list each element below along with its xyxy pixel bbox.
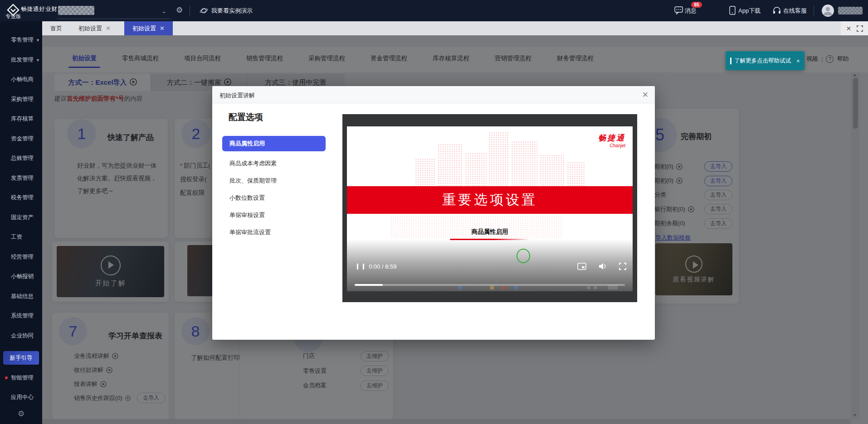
taskbar-icon (514, 286, 517, 289)
video-time: 0:00 / 6:59 (369, 263, 396, 270)
sidebar-item-label: 固定资产 (11, 214, 34, 221)
sidebar-item-新手引导[interactable]: 新手引导 (3, 351, 39, 365)
sidebar-item-label: 采购管理 (11, 96, 34, 102)
taskbar-icon (458, 286, 462, 289)
sidebar-item-固定资产[interactable]: 固定资产 (0, 213, 42, 222)
sidebar-item-零售管理[interactable]: 零售管理▼ (0, 35, 42, 44)
sidebar-item-采购管理[interactable]: 采购管理 (0, 95, 42, 104)
sidebar-item-label: 小畅电商 (11, 76, 34, 82)
company-underline (57, 19, 171, 19)
sidebar-item-批发管理[interactable]: 批发管理▼ (0, 55, 42, 64)
message-icon[interactable] (674, 6, 683, 14)
top-bar: 畅捷通好业财 专业版 ⌄ ⚙ 我要看实例演示 消息 65 App下载 在线客服 (0, 0, 868, 21)
chanjet-logo: 畅捷通 Chanjet (598, 133, 625, 148)
sidebar-item-小畅报销[interactable]: 小畅报销 (0, 272, 42, 281)
sidebar-item-智能管理[interactable]: 智能管理 (0, 373, 42, 382)
sidebar-item-系统管理[interactable]: 系统管理 (0, 311, 42, 320)
video-progress-bar[interactable] (355, 284, 625, 286)
skyline-decoration (511, 141, 537, 186)
sidebar-item-库存核算[interactable]: 库存核算 (0, 114, 42, 123)
sidebar-item-应用中心[interactable]: 应用中心 (0, 393, 42, 402)
tab-close-icon[interactable]: ✕ (160, 25, 165, 32)
brand-edition: 专业版 (5, 13, 21, 20)
close-icon[interactable]: ✕ (846, 25, 851, 32)
tab-首页[interactable]: 首页 (42, 21, 70, 35)
expand-icon[interactable] (857, 25, 863, 32)
sidebar-item-label: 企业协同 (11, 332, 34, 339)
avatar[interactable] (822, 5, 834, 17)
pip-icon[interactable] (577, 263, 586, 270)
tab-label: 初始设置 (78, 24, 102, 33)
sidebar-item-label: 资金管理 (11, 135, 34, 142)
skyline-decoration (567, 162, 585, 186)
taskbar-icon (502, 286, 506, 289)
modal-option-单据审核设置[interactable]: 单据审核设置 (222, 207, 326, 224)
sidebar-item-总账管理[interactable]: 总账管理 (0, 154, 42, 163)
sidebar-item-label: 系统管理 (11, 313, 34, 319)
sidebar-item-资金管理[interactable]: 资金管理 (0, 134, 42, 143)
video-banner: 重要选项设置 (347, 186, 633, 214)
demo-planet-icon (200, 6, 208, 15)
modal-option-批次、保质期管理[interactable]: 批次、保质期管理 (222, 172, 326, 189)
gear-icon[interactable]: ⚙ (176, 5, 183, 15)
chevron-down-icon[interactable]: ⌄ (161, 8, 167, 13)
sidebar-item-label: 新手引导 (10, 355, 33, 361)
banner-text: 了解更多点击帮助试试 (734, 57, 791, 65)
modal-option-商品成本考虑因素[interactable]: 商品成本考虑因素 (222, 155, 326, 172)
tab-初始设置[interactable]: 初始设置✕ (70, 21, 119, 35)
sidebar-item-label: 税务管理 (11, 194, 34, 201)
sidebar-item-label: 工资 (11, 234, 22, 240)
banner-accent (730, 58, 731, 64)
sidebar-item-label: 零售管理 (11, 37, 34, 43)
sidebar-item-label: 经营管理 (11, 254, 34, 260)
video-banner-text: 重要选项设置 (442, 191, 537, 209)
sidebar: ⚙ 零售管理▼批发管理▼小畅电商采购管理库存核算资金管理总账管理发票管理税务管理… (0, 21, 42, 424)
app-download-link[interactable]: App下载 (738, 7, 761, 15)
company-selector-blurred[interactable] (58, 6, 94, 15)
tab-close-icon[interactable]: ✕ (106, 25, 111, 32)
sidebar-item-基础信息[interactable]: 基础信息 (0, 292, 42, 301)
phone-icon (729, 6, 736, 15)
modal-close-icon[interactable]: ✕ (642, 90, 649, 100)
pause-icon[interactable] (357, 264, 364, 270)
sidebar-item-税务管理[interactable]: 税务管理 (0, 193, 42, 202)
sidebar-item-企业协同[interactable]: 企业协同 (0, 331, 42, 340)
modal-option-小数位数设置[interactable]: 小数位数设置 (222, 189, 326, 207)
tab-初始设置[interactable]: 初始设置✕ (124, 21, 173, 35)
modal-option-商品属性启用[interactable]: 商品属性启用 (222, 136, 326, 151)
message-count-badge: 65 (691, 2, 702, 8)
headset-icon (772, 6, 781, 15)
notification-dot (5, 376, 8, 379)
sidebar-item-工资[interactable]: 工资 (0, 232, 42, 241)
sidebar-item-label: 基础信息 (11, 293, 34, 299)
modal-heading: 配置选项 (229, 111, 263, 123)
sidebar-item-label: 小畅报销 (11, 273, 34, 279)
modal-title: 初始设置讲解 (219, 92, 255, 100)
sidebar-item-label: 批发管理 (11, 57, 34, 63)
chevron-down-icon: ▼ (36, 38, 40, 43)
video-controls: 0:00 / 6:59 (347, 262, 633, 272)
video-content: 畅捷通 Chanjet 重要选项设置 商品属性启用 (347, 126, 633, 291)
demo-link[interactable]: 我要看实例演示 (211, 7, 253, 15)
skyline-decoration (415, 158, 435, 186)
video-subtitle: 商品属性启用 (347, 228, 633, 236)
modal-option-单据审批流设置[interactable]: 单据审批流设置 (222, 224, 326, 241)
video-progress-fill (355, 284, 383, 286)
tabstrip-actions: ✕ (841, 21, 868, 35)
sidebar-settings-gear-icon[interactable]: ⚙ (0, 409, 42, 419)
banner-close-icon[interactable]: × (796, 58, 800, 64)
sidebar-item-小畅电商[interactable]: 小畅电商 (0, 75, 42, 84)
video-player[interactable]: 畅捷通 Chanjet 重要选项设置 商品属性启用 (342, 114, 637, 302)
app-window: 初始设置零售商城流程项目合同流程销售管理流程采购管理流程资金管理流程库存核算流程… (0, 0, 868, 424)
sidebar-item-label: 应用中心 (11, 394, 34, 400)
sidebar-item-label: 总账管理 (11, 155, 34, 161)
brand-title: 畅捷通好业财 (21, 5, 58, 13)
sidebar-item-经营管理[interactable]: 经营管理 (0, 252, 42, 261)
window-tabs: 首页初始设置✕初始设置✕ (42, 21, 173, 35)
online-support-link[interactable]: 在线客服 (783, 7, 807, 15)
messages-link[interactable]: 消息 (685, 7, 697, 15)
volume-icon[interactable] (599, 263, 607, 270)
divider (190, 5, 190, 16)
fullscreen-icon[interactable] (619, 263, 626, 270)
sidebar-item-发票管理[interactable]: 发票管理 (0, 173, 42, 183)
